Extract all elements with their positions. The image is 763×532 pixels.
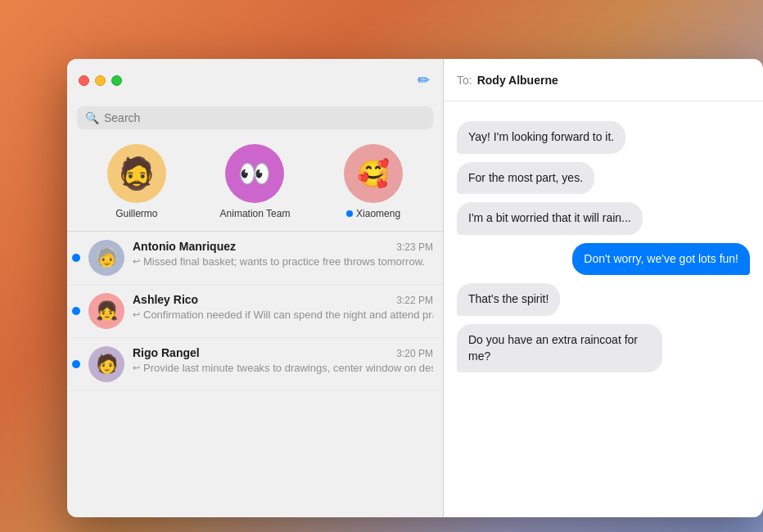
unread-indicator [72, 307, 80, 315]
ashley-header: Ashley Rico 3:22 PM [133, 293, 433, 306]
xiaomeng-avatar: 🥰 [344, 144, 403, 203]
pinned-contact-animation-team[interactable]: 👀 Animation Team [220, 144, 291, 219]
reply-icon: ↩ [133, 309, 140, 320]
antonio-avatar: 🧓 [88, 240, 124, 276]
messages-window: ✏ 🔍 🧔 Guillermo 👀 Animation Team [67, 59, 763, 517]
search-input[interactable] [104, 111, 425, 124]
ashley-avatar: 👧 [88, 293, 124, 329]
xiaomeng-label: Xiaomeng [346, 208, 400, 219]
bubble-4: Don't worry, we've got lots fun! [572, 243, 750, 276]
minimize-button[interactable] [95, 75, 106, 86]
titlebar: ✏ [67, 59, 443, 101]
bubble-2: For the most part, yes. [457, 162, 594, 195]
ashley-time: 3:22 PM [396, 295, 433, 306]
chat-messages: Yay! I'm looking forward to it. For the … [444, 101, 763, 517]
search-bar[interactable]: 🔍 [77, 106, 433, 129]
rigo-avatar: 🧑 [88, 346, 124, 382]
antonio-header: Antonio Manriquez 3:23 PM [133, 240, 433, 253]
bubble-3: I'm a bit worried that it will rain... [457, 202, 643, 235]
conversation-rigo[interactable]: 🧑 Rigo Rangel 3:20 PM ↩ Provide last min… [67, 338, 443, 391]
rigo-name: Rigo Rangel [133, 346, 200, 359]
compose-button[interactable]: ✏ [415, 72, 431, 88]
search-icon: 🔍 [85, 111, 99, 124]
maximize-button[interactable] [111, 75, 122, 86]
sidebar: ✏ 🔍 🧔 Guillermo 👀 Animation Team [67, 59, 444, 517]
message-row-6: Do you have an extra raincoat for me? [457, 324, 750, 372]
message-row-3: I'm a bit worried that it will rain... [457, 202, 750, 235]
animation-team-label: Animation Team [220, 208, 291, 219]
rigo-preview: ↩ Provide last minute tweaks to drawings… [133, 362, 433, 374]
traffic-lights [79, 75, 122, 86]
pinned-contacts-row: 🧔 Guillermo 👀 Animation Team 🥰 Xiaomeng [67, 138, 443, 232]
antonio-time: 3:23 PM [396, 241, 433, 253]
animation-team-avatar-wrap: 👀 [225, 144, 284, 203]
ashley-name: Ashley Rico [133, 293, 198, 306]
unread-indicator [72, 360, 80, 368]
antonio-name: Antonio Manriquez [133, 240, 236, 253]
message-row-2: For the most part, yes. [457, 162, 750, 195]
rigo-header: Rigo Rangel 3:20 PM [133, 346, 433, 359]
ashley-preview: ↩ Confirmation needed if Will can spend … [133, 309, 433, 321]
conversation-ashley[interactable]: 👧 Ashley Rico 3:22 PM ↩ Confirmation nee… [67, 285, 443, 338]
close-button[interactable] [79, 75, 89, 86]
message-row-4: Don't worry, we've got lots fun! [457, 243, 750, 276]
chat-panel: To: Rody Albuerne Yay! I'm looking forwa… [444, 59, 763, 517]
message-row-5: That's the spirit! [457, 283, 750, 316]
animation-team-avatar: 👀 [225, 144, 284, 203]
rigo-time: 3:20 PM [396, 348, 433, 359]
reply-icon: ↩ [133, 363, 140, 373]
conversation-antonio[interactable]: 🧓 Antonio Manriquez 3:23 PM ↩ Missed fin… [67, 232, 443, 285]
reply-icon: ↩ [133, 256, 140, 267]
xiaomeng-avatar-wrap: 🥰 [344, 144, 403, 203]
guillermo-avatar-wrap: 🧔 [107, 144, 166, 203]
conversation-list: 🧓 Antonio Manriquez 3:23 PM ↩ Missed fin… [67, 232, 443, 517]
antonio-content: Antonio Manriquez 3:23 PM ↩ Missed final… [133, 240, 433, 268]
chat-header: To: Rody Albuerne [444, 59, 763, 101]
guillermo-avatar: 🧔 [107, 144, 166, 203]
bubble-1: Yay! I'm looking forward to it. [457, 121, 625, 154]
pinned-contact-guillermo[interactable]: 🧔 Guillermo [107, 144, 166, 219]
message-row-1: Yay! I'm looking forward to it. [457, 121, 750, 154]
ashley-content: Ashley Rico 3:22 PM ↩ Confirmation neede… [133, 293, 433, 321]
bubble-5: That's the spirit! [457, 283, 560, 316]
online-indicator [346, 210, 353, 217]
guillermo-label: Guillermo [115, 208, 157, 219]
antonio-preview: ↩ Missed final basket; wants to practice… [133, 255, 433, 268]
recipient-name: Rody Albuerne [477, 74, 558, 87]
rigo-content: Rigo Rangel 3:20 PM ↩ Provide last minut… [133, 346, 433, 374]
pinned-contact-xiaomeng[interactable]: 🥰 Xiaomeng [344, 144, 403, 219]
unread-indicator [72, 254, 80, 262]
bubble-6: Do you have an extra raincoat for me? [457, 324, 662, 372]
to-label: To: [457, 74, 472, 87]
